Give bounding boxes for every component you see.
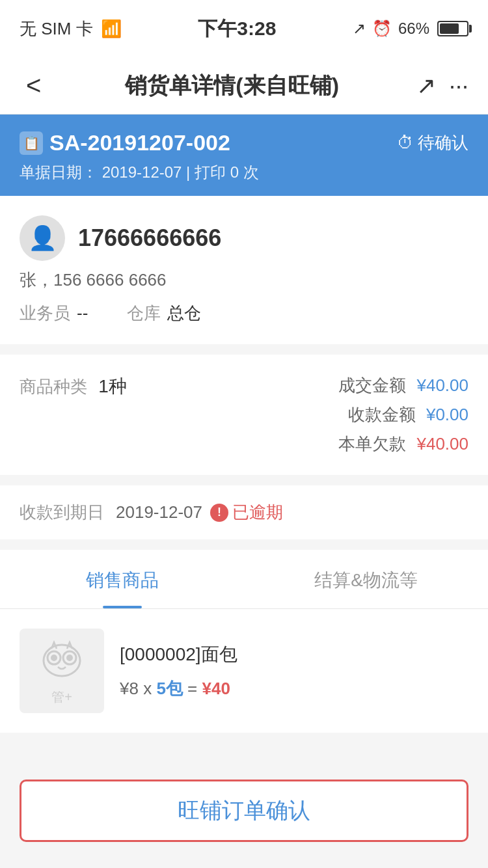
tab-settlement-label: 结算&物流等 [314, 570, 418, 590]
salesperson-item: 业务员 -- [20, 302, 88, 325]
product-thumbnail: 管+ [20, 629, 104, 713]
nav-actions: ↗ ··· [416, 72, 468, 100]
summary-right: 成交金额 ¥40.00 收款金额 ¥0.00 本单欠款 ¥40.00 [338, 374, 468, 455]
balance-label: 本单欠款 [338, 433, 406, 455]
avatar: 👤 [20, 215, 65, 261]
salesperson-label: 业务员 [20, 302, 70, 325]
product-item: 管+ [0000002]面包 ¥8 x 5包 = ¥40 [0, 609, 488, 733]
battery-percent: 66% [398, 20, 429, 38]
confirm-order-button[interactable]: 旺铺订单确认 [20, 780, 468, 842]
product-type-label: 商品种类 [20, 377, 87, 396]
warehouse-item: 仓库 总仓 [127, 302, 201, 325]
product-type-value: 1种 [98, 376, 127, 396]
balance-value: ¥40.00 [416, 434, 468, 454]
multiply-sign: x [143, 679, 152, 698]
order-status: ⏱ 待确认 [397, 131, 468, 154]
warehouse-label: 仓库 [127, 302, 161, 325]
tabs-row: 销售商品 结算&物流等 [0, 550, 488, 609]
tab-settlement[interactable]: 结算&物流等 [244, 550, 488, 608]
overdue-exclamation: ! [217, 506, 221, 519]
status-left: 无 SIM 卡 📶 [20, 18, 122, 40]
more-icon[interactable]: ··· [449, 72, 468, 100]
date-value: 2019-12-07 [102, 163, 182, 181]
battery-icon [437, 21, 468, 36]
tab-sales-label: 销售商品 [86, 570, 159, 590]
confirm-btn-label: 旺铺订单确认 [178, 796, 310, 826]
order-id-text: SA-20191207-002 [49, 130, 230, 156]
svg-point-4 [66, 655, 73, 661]
nav-bar: < 销货单详情(来自旺铺) ↗ ··· [0, 57, 488, 115]
overdue-badge: ! 已逾期 [210, 501, 283, 524]
deal-amount-value: ¥40.00 [416, 375, 468, 396]
status-right: ↗ ⏰ 66% [353, 20, 468, 38]
owl-logo [36, 636, 88, 681]
received-amount-row: 收款金额 ¥0.00 [338, 403, 468, 426]
tabs-section: 销售商品 结算&物流等 [0, 550, 488, 609]
product-thumb-icon [36, 636, 88, 687]
equals-sign: = [187, 679, 197, 698]
salesperson-value: -- [77, 303, 88, 323]
total-price: ¥40 [202, 679, 230, 698]
deal-amount-label: 成交金额 [338, 374, 406, 397]
alarm-icon: ⏰ [372, 20, 392, 38]
due-date: 2019-12-07 [116, 502, 202, 522]
print-suffix: 次 [243, 163, 259, 181]
status-clock-icon: ⏱ [397, 133, 414, 153]
order-icon: 📋 [20, 131, 43, 155]
product-name: [0000002]面包 [120, 642, 468, 667]
order-banner: 📋 SA-20191207-002 ⏱ 待确认 单据日期： 2019-12-07… [0, 115, 488, 196]
balance-row: 本单欠款 ¥40.00 [338, 433, 468, 455]
location-icon: ↗ [353, 20, 366, 38]
avatar-icon: 👤 [28, 224, 57, 252]
customer-meta: 业务员 -- 仓库 总仓 [20, 302, 468, 325]
customer-name: 张，156 6666 6666 [20, 269, 468, 292]
due-section: 收款到期日 2019-12-07 ! 已逾期 [0, 485, 488, 539]
customer-section: 👤 17666666666 张，156 6666 6666 业务员 -- 仓库 … [0, 196, 488, 344]
product-price-row: ¥8 x 5包 = ¥40 [120, 677, 468, 700]
date-label: 单据日期： [20, 163, 98, 181]
page-title: 销货单详情(来自旺铺) [125, 71, 339, 101]
price-unit: ¥8 [120, 679, 139, 698]
overdue-text: 已逾期 [232, 501, 283, 524]
summary-section: 商品种类 1种 成交金额 ¥40.00 收款金额 ¥0.00 本单欠款 ¥40.… [0, 355, 488, 475]
share-icon[interactable]: ↗ [416, 72, 436, 100]
confirm-btn-wrapper: 旺铺订单确认 [0, 766, 488, 868]
status-time: 下午3:28 [198, 16, 276, 42]
order-date: 单据日期： 2019-12-07 | 打印 0 次 [20, 162, 468, 183]
back-button[interactable]: < [20, 64, 47, 107]
warehouse-value: 总仓 [167, 302, 201, 325]
qty: 5包 [156, 679, 182, 698]
svg-point-3 [51, 655, 57, 661]
print-count: 0 [230, 163, 239, 181]
wifi-icon: 📶 [101, 19, 122, 39]
product-thumb-plus: 管+ [36, 688, 88, 706]
due-label: 收款到期日 [20, 501, 104, 524]
customer-phone: 17666666666 [78, 224, 221, 252]
summary-left: 商品种类 1种 [20, 374, 127, 399]
received-amount-label: 收款金额 [348, 403, 416, 426]
print-label: | 打印 [186, 163, 226, 181]
product-info: [0000002]面包 ¥8 x 5包 = ¥40 [120, 642, 468, 700]
status-bar: 无 SIM 卡 📶 下午3:28 ↗ ⏰ 66% [0, 0, 488, 57]
overdue-icon: ! [210, 504, 228, 522]
carrier-label: 无 SIM 卡 [20, 18, 93, 40]
tab-sales-products[interactable]: 销售商品 [0, 550, 244, 608]
status-text: 待确认 [418, 131, 468, 154]
order-id-row: 📋 SA-20191207-002 [20, 130, 230, 156]
received-amount-value: ¥0.00 [426, 405, 468, 425]
deal-amount-row: 成交金额 ¥40.00 [338, 374, 468, 397]
